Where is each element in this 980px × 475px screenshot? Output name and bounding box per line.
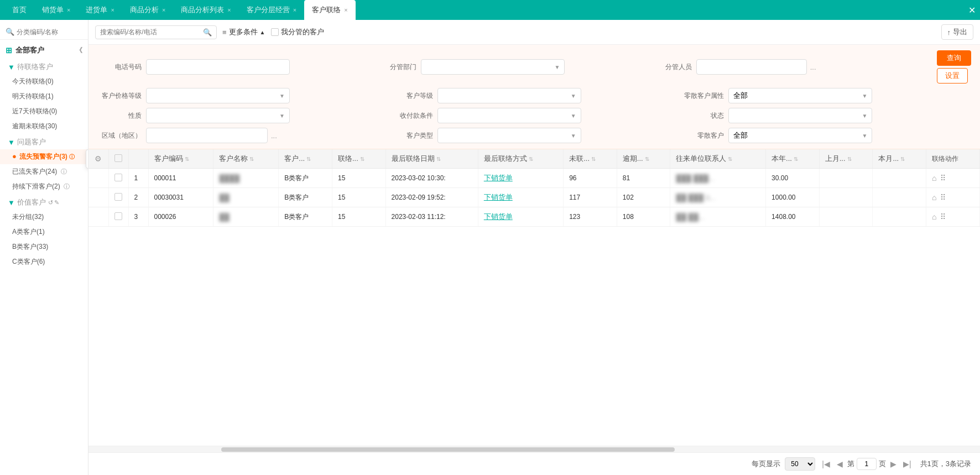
row1-contact-icon[interactable]: ⌂ — [932, 174, 936, 182]
page-unit: 页 — [879, 459, 886, 469]
tab-analysis-close[interactable]: × — [162, 7, 165, 13]
tab-purchase[interactable]: 进货单 × — [78, 0, 122, 20]
sidebar-item-churned[interactable]: 已流失客户(24) ⓘ — [0, 164, 88, 179]
sidebar-item-ungrouped[interactable]: 未分组(32) — [0, 210, 88, 225]
last-page-btn[interactable]: ▶| — [901, 458, 914, 469]
sort-not-contact-icon: ⇅ — [591, 156, 596, 162]
region-select[interactable] — [146, 128, 268, 143]
page-input[interactable] — [857, 458, 877, 470]
row2-more-icon[interactable]: ⠿ — [940, 193, 946, 202]
sidebar-search-input[interactable] — [17, 28, 82, 36]
row1-link[interactable]: 下销货单 — [484, 174, 513, 182]
search-submit-btn[interactable]: 🔍 — [203, 28, 212, 36]
row3-link[interactable]: 下销货单 — [484, 212, 513, 221]
sort-last-way[interactable]: 最后联络方式 ⇅ — [484, 154, 557, 164]
declining-info-icon[interactable]: ⓘ — [64, 183, 70, 190]
value-refresh-icon[interactable]: ↺ — [48, 199, 53, 206]
sort-this-month[interactable]: 本月... ⇅ — [878, 154, 920, 164]
row1-checkbox[interactable] — [114, 174, 122, 181]
all-customers-header[interactable]: ⊞ 全部客户 《 — [0, 42, 88, 59]
tab-home[interactable]: 首页 — [4, 0, 34, 20]
tab-customer-link-close[interactable]: × — [344, 7, 347, 13]
price-level-select[interactable]: ▼ — [146, 88, 290, 103]
sort-name[interactable]: 客户名称 ⇅ — [219, 154, 273, 164]
my-customers-checkbox[interactable]: 我分管的客户 — [271, 27, 324, 37]
group-value-customers[interactable]: ▼ 价值客户 ↺ ✎ — [0, 194, 88, 210]
sidebar-item-tomorrow-contact[interactable]: 明天待联络(1) — [0, 89, 88, 104]
sort-code[interactable]: 客户编码 ⇅ — [154, 154, 208, 164]
h-scroll-thumb[interactable] — [221, 447, 675, 452]
sidebar-item-class-b[interactable]: B类客户(33) — [0, 239, 88, 254]
per-page-select[interactable]: 50 100 200 — [785, 457, 815, 471]
payment-select[interactable]: ▼ — [437, 108, 581, 123]
row3-checkbox[interactable] — [114, 212, 122, 220]
row3-more-icon[interactable]: ⠿ — [940, 212, 946, 221]
row3-contact-icon[interactable]: ⌂ — [932, 212, 936, 221]
filter-settings-btn[interactable]: 设置 — [937, 68, 968, 83]
row2-link[interactable]: 下销货单 — [484, 193, 513, 201]
row1-more-icon[interactable]: ⠿ — [940, 174, 946, 182]
nature-select[interactable]: ▼ — [146, 108, 290, 123]
sort-last-date[interactable]: 最后联络日期 ⇅ — [392, 154, 472, 164]
phone-input[interactable] — [146, 59, 290, 75]
sort-not-contact[interactable]: 未联... ⇅ — [569, 154, 611, 164]
row1-settings-cell — [88, 169, 108, 188]
retail-customer-select[interactable]: 全部 ▼ — [728, 128, 872, 143]
manager-ellipsis[interactable]: ... — [807, 63, 820, 71]
sidebar-item-overdue-contact[interactable]: 逾期未联络(30) — [0, 119, 88, 134]
customer-type-select[interactable]: ▼ — [437, 128, 581, 143]
search-input[interactable] — [100, 28, 201, 36]
sort-last-month[interactable]: 上月... ⇅ — [825, 154, 867, 164]
value-edit-icon[interactable]: ✎ — [54, 199, 59, 206]
export-btn[interactable]: ↑ 导出 — [941, 24, 974, 40]
sort-this-year[interactable]: 本年... ⇅ — [772, 154, 814, 164]
more-conditions-btn[interactable]: ≡ 更多条件 ▲ — [222, 27, 265, 37]
sidebar-item-week-contact[interactable]: 近7天待联络(0) — [0, 104, 88, 119]
table-settings-icon[interactable]: ⚙ — [95, 154, 102, 163]
sidebar-item-today-contact[interactable]: 今天待联络(0) — [0, 74, 88, 89]
sidebar-item-churn-warning[interactable]: ● 流失预警客户(3) ⓘ — [0, 149, 88, 164]
first-page-btn[interactable]: |◀ — [820, 458, 832, 469]
sidebar-collapse-btn[interactable]: 《 — [76, 46, 82, 55]
region-ellipsis[interactable]: ... — [268, 132, 280, 140]
churned-info-icon[interactable]: ⓘ — [61, 168, 67, 175]
tab-customer-link[interactable]: 客户联络 × — [304, 0, 355, 20]
row1-action-icons: ⌂ ⠿ — [932, 174, 974, 182]
select-all-checkbox[interactable] — [114, 154, 122, 162]
row2-checkbox[interactable] — [114, 193, 122, 201]
tab-customer-segment-close[interactable]: × — [293, 7, 296, 13]
sort-overdue[interactable]: 逾期... ⇅ — [623, 154, 665, 164]
sort-unit-contacts[interactable]: 往来单位联系人 ⇅ — [676, 154, 760, 164]
row3-code: 000026 — [148, 207, 213, 227]
group-problem-customers[interactable]: ▼ 问题客户 — [0, 134, 88, 149]
manager-select[interactable] — [696, 59, 807, 75]
row1-this-month — [873, 169, 926, 188]
customer-level-select[interactable]: ▼ — [437, 88, 581, 103]
sort-contacts[interactable]: 联络... ⇅ — [338, 154, 380, 164]
tab-analysis-list-close[interactable]: × — [227, 7, 231, 13]
query-btn[interactable]: 查询 — [937, 50, 971, 66]
tab-sales-close[interactable]: × — [67, 7, 70, 13]
tab-analysis[interactable]: 商品分析 × — [122, 0, 173, 20]
row2-contact-icon[interactable]: ⌂ — [932, 193, 936, 202]
prev-page-btn[interactable]: ◀ — [835, 458, 845, 469]
sidebar-item-class-c[interactable]: C类客户(6) — [0, 254, 88, 269]
tab-analysis-list[interactable]: 商品分析列表 × — [173, 0, 238, 20]
tab-customer-segment[interactable]: 客户分层经营 × — [239, 0, 304, 20]
next-page-btn[interactable]: ▶ — [888, 458, 899, 469]
col-type: 客户... ⇅ — [279, 149, 332, 169]
window-close-btn[interactable]: ✕ — [968, 5, 976, 15]
retail-customer-arrow-icon: ▼ — [862, 133, 867, 139]
tab-purchase-close[interactable]: × — [111, 7, 114, 13]
row3-action: ⌂ ⠿ — [926, 207, 980, 227]
sidebar-item-class-a[interactable]: A类客户(1) — [0, 225, 88, 239]
status-select[interactable]: ▼ — [728, 108, 872, 123]
h-scrollbar[interactable] — [88, 446, 980, 452]
dept-select[interactable]: ▼ — [421, 59, 565, 75]
group-pending-contact[interactable]: ▼ 待联络客户 — [0, 59, 88, 74]
orange-dot-icon: ● — [12, 152, 17, 160]
tab-sales[interactable]: 销货单 × — [34, 0, 78, 20]
sidebar-item-declining[interactable]: 持续下滑客户(2) ⓘ — [0, 179, 88, 194]
retail-attr-select[interactable]: 全部 ▼ — [728, 88, 872, 103]
sort-type[interactable]: 客户... ⇅ — [284, 154, 326, 164]
